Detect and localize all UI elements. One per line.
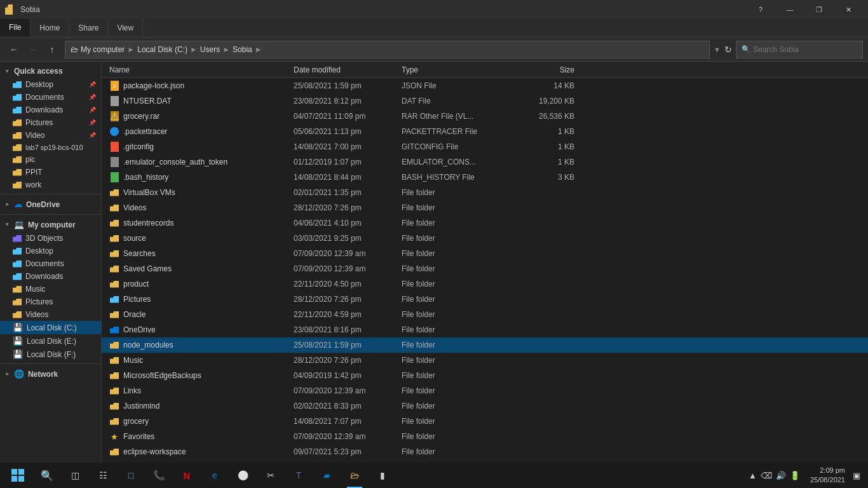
sidebar-item-lab7[interactable]: lab7 sp19-bcs-010 [0,142,101,153]
sidebar-item-documents[interactable]: Documents 📌 [0,91,101,104]
table-row[interactable]: OneDrive 23/08/2021 8:16 pm File folder [102,322,868,337]
table-row[interactable]: J package-lock.json 25/08/2021 1:59 pm J… [102,78,868,93]
taskbar-task-view[interactable]: ◫ [61,463,89,488]
sidebar-group-mycomputer[interactable]: ► 💻 My computer [0,217,101,232]
taskbar-store[interactable]: □ [117,463,145,488]
file-type: GITCONFIG File [399,142,513,151]
table-row[interactable]: .bash_history 14/08/2021 8:44 pm BASH_HI… [102,170,868,185]
tab-home[interactable]: Home [31,19,69,37]
taskbar-snip[interactable]: ✂ [257,463,285,488]
breadcrumb[interactable]: 🗁 My computer ► Local Disk (C:) ► Users … [65,41,710,58]
breadcrumb-computer[interactable]: My computer [81,45,125,54]
table-row[interactable]: VirtualBox VMs 02/01/2021 1:35 pm File f… [102,185,868,200]
help-btn[interactable]: ? [746,0,775,19]
sidebar-item-desktop[interactable]: Desktop 📌 [0,78,101,91]
table-row[interactable]: eclipse-workspace 09/07/2021 5:23 pm Fil… [102,444,868,459]
tab-view[interactable]: View [108,19,143,37]
file-name: product [123,280,149,288]
table-row[interactable]: Saved Games 07/09/2020 12:39 am File fol… [102,261,868,276]
file-date: 07/09/2020 12:39 am [291,264,399,273]
col-header-date[interactable]: Date modified [291,65,399,74]
tray-expand[interactable]: ▲ [749,471,757,480]
bc-sep-4: ► [255,45,262,54]
file-name: Music [123,356,143,365]
col-header-size[interactable]: Size [513,65,577,74]
table-row[interactable]: grocery 14/08/2021 7:07 pm File folder [102,414,868,429]
sidebar-item-mc-pictures[interactable]: Pictures [0,295,101,308]
table-row[interactable]: Videos 28/12/2020 7:26 pm File folder [102,200,868,215]
table-row[interactable]: source 03/03/2021 9:25 pm File folder [102,231,868,246]
sidebar-section-quick-access: ► Quick access Desktop 📌 Documents 📌 Dow… [0,64,101,191]
breadcrumb-sobia[interactable]: Sobia [233,45,252,54]
taskbar-search[interactable]: 🔍 [33,463,61,488]
notification-icon[interactable]: ▣ [853,471,860,480]
forward-btn[interactable]: → [24,41,42,58]
sidebar-disk-c[interactable]: 💾 Local Disk (C:) [0,321,101,334]
sidebar-item-mc-desktop[interactable]: Desktop [0,245,101,257]
minimize-btn[interactable]: — [775,0,804,19]
sidebar-item-work[interactable]: work [0,179,101,191]
clock[interactable]: 2:09 pm 25/08/2021 [805,466,850,485]
taskbar-teams[interactable]: T [285,463,313,488]
table-row[interactable]: Justinmind 02/02/2021 8:33 pm File folde… [102,398,868,414]
table-row[interactable]: Music 28/12/2020 7:26 pm File folder [102,353,868,368]
tray-battery[interactable]: 🔋 [790,471,800,480]
sidebar-item-downloads[interactable]: Downloads 📌 [0,104,101,116]
back-btn[interactable]: ← [5,41,23,58]
file-name: .gitconfig [123,142,154,151]
maximize-btn[interactable]: ❐ [804,0,834,19]
file-name: Saved Games [123,264,172,273]
sidebar-item-mc-documents[interactable]: Documents [0,257,101,270]
sidebar-group-quick-access[interactable]: ► Quick access [0,64,101,78]
sidebar-disk-e[interactable]: 💾 Local Disk (E:) [0,334,101,348]
table-row[interactable]: Links 07/09/2020 12:39 am File folder [102,383,868,398]
taskbar-chrome[interactable]: ⚪ [229,463,257,488]
table-row[interactable]: Pictures 28/12/2020 7:26 pm File folder [102,292,868,307]
table-row[interactable]: studentrecords 04/06/2021 4:10 pm File f… [102,215,868,231]
taskbar-widgets[interactable]: ☷ [89,463,117,488]
sidebar-item-pic[interactable]: pic [0,153,101,166]
tab-file[interactable]: File [0,19,31,37]
table-row[interactable]: .emulator_console_auth_token 01/12/2019 … [102,154,868,170]
taskbar-fileexplorer[interactable]: 🗁 [341,463,369,488]
table-row[interactable]: ★ Favorites 07/09/2020 12:39 am File fol… [102,429,868,444]
sidebar-item-mc-music[interactable]: Music [0,283,101,295]
sidebar-item-pictures[interactable]: Pictures 📌 [0,116,101,129]
col-header-name[interactable]: Name [107,65,291,74]
dropdown-btn[interactable]: ▼ [714,46,721,53]
sidebar-group-onedrive[interactable]: ► ☁ OneDrive [0,197,101,212]
table-row[interactable]: MicrosoftEdgeBackups 04/09/2019 1:42 pm … [102,368,868,383]
table-row[interactable]: product 22/11/2020 4:50 pm File folder [102,276,868,292]
sidebar-item-3dobjects[interactable]: 3D Objects [0,232,101,245]
refresh-btn[interactable]: ↻ [724,44,732,55]
table-row[interactable]: Searches 07/09/2020 12:39 am File folder [102,246,868,261]
table-row[interactable]: NTUSER.DAT 23/08/2021 8:12 pm DAT File 1… [102,93,868,109]
table-row[interactable]: .packettracer 05/06/2021 1:13 pm PACKETT… [102,124,868,139]
taskbar-vscode[interactable]: ▰ [313,463,341,488]
breadcrumb-disk[interactable]: Local Disk (C:) [137,45,187,54]
table-row[interactable]: Oracle 22/11/2020 4:59 pm File folder [102,307,868,322]
taskbar-terminal[interactable]: ▮ [369,463,397,488]
table-row[interactable]: ⚠ grocery.rar 04/07/2021 11:09 pm RAR Ot… [102,109,868,124]
tray-volume[interactable]: 🔊 [776,471,786,480]
sidebar-item-video[interactable]: Video 📌 [0,129,101,142]
breadcrumb-users[interactable]: Users [200,45,220,54]
close-btn[interactable]: ✕ [834,0,863,19]
tray-network[interactable]: ⌫ [761,471,772,480]
taskbar-whatsapp[interactable]: 📞 [145,463,173,488]
search-input[interactable] [753,45,857,54]
sidebar-item-mc-videos[interactable]: Videos [0,308,101,321]
tab-share[interactable]: Share [69,19,108,37]
up-btn[interactable]: ↑ [43,41,61,58]
sidebar-disk-f[interactable]: 💾 Local Disk (F:) [0,348,101,361]
table-row[interactable]: node_modules 25/08/2021 1:59 pm File fol… [102,337,868,353]
taskbar-edge[interactable]: e [201,463,229,488]
sidebar-item-ppit[interactable]: PPIT [0,166,101,179]
taskbar-netflix[interactable]: N [173,463,201,488]
sidebar-item-downloads-label: Downloads [25,105,63,114]
start-button[interactable] [3,463,33,488]
sidebar-group-network[interactable]: ► 🌐 Network [0,367,101,381]
col-header-type[interactable]: Type [399,65,513,74]
table-row[interactable]: .gitconfig 14/08/2021 7:00 pm GITCONFIG … [102,139,868,154]
sidebar-item-mc-downloads[interactable]: Downloads [0,270,101,283]
